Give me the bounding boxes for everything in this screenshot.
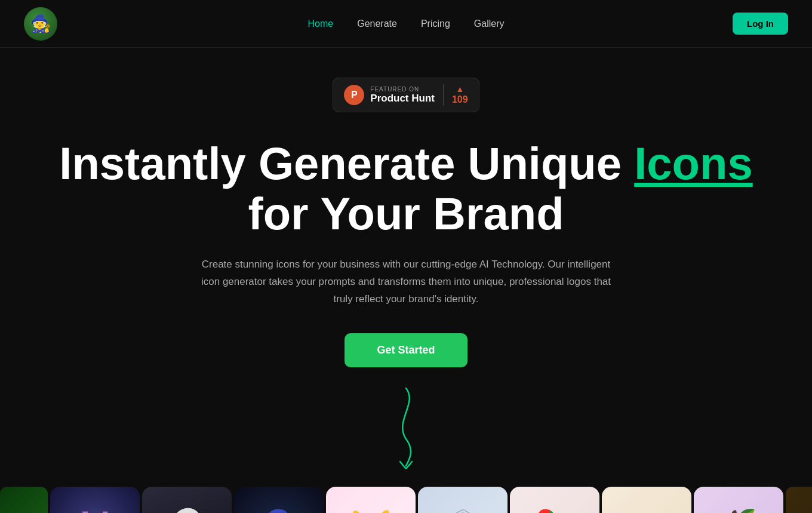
nav-pricing[interactable]: Pricing	[421, 19, 450, 29]
hero-section: P FEATURED ON Product Hunt ▲ 109 Instant…	[0, 48, 812, 481]
nav-generate[interactable]: Generate	[357, 19, 397, 29]
hero-title: Instantly Generate Unique Icons for Your…	[48, 139, 764, 238]
nav-home[interactable]: Home	[308, 19, 334, 29]
gallery-icon-1: 👾	[50, 487, 140, 513]
gallery-item-2[interactable]: 👻	[142, 487, 232, 513]
ph-divider	[443, 84, 444, 106]
gallery-item-8[interactable]: 🍎	[694, 487, 783, 513]
product-hunt-badge[interactable]: P FEATURED ON Product Hunt ▲ 109	[333, 78, 479, 112]
hero-title-part1: Instantly Generate Unique	[59, 138, 634, 189]
ph-name: Product Hunt	[370, 93, 435, 105]
ph-featured-label: FEATURED ON	[370, 86, 419, 93]
gallery-item-3[interactable]: 🧙	[234, 487, 324, 513]
gallery-item-partial-right: 🌟	[786, 487, 812, 513]
get-started-button[interactable]: Get Started	[345, 333, 467, 367]
logo-image: 🧙	[24, 7, 57, 41]
gallery-icon-4: 🐱	[326, 487, 416, 513]
ph-vote-count: 109	[452, 94, 468, 105]
ph-logo: P	[344, 85, 364, 105]
hero-subtitle: Create stunning icons for your business …	[197, 256, 615, 308]
arrow-svg	[388, 385, 424, 469]
gallery-item-5[interactable]: 🏛️	[418, 487, 508, 513]
gallery-item-1[interactable]: 👾	[50, 487, 140, 513]
gallery-strip: 🌴 👾 👻 🧙 🐱 🏛️ 🦜 🐶 🍎 🌟	[0, 487, 812, 513]
gallery-icon-6: 🦜	[510, 487, 599, 513]
ph-votes: ▲ 109	[452, 85, 468, 105]
logo[interactable]: 🧙	[24, 7, 57, 41]
hero-title-part2: for Your Brand	[248, 188, 564, 239]
decorative-arrow	[388, 385, 424, 469]
gallery-icon-5: 🏛️	[418, 487, 508, 513]
gallery-item-6[interactable]: 🦜	[510, 487, 599, 513]
ph-arrow-icon: ▲	[456, 85, 464, 93]
login-button[interactable]: Log In	[733, 13, 788, 35]
navbar: 🧙 Home Generate Pricing Gallery Log In	[0, 0, 812, 48]
gallery-item-4[interactable]: 🐱	[326, 487, 416, 513]
gallery-icon-2: 👻	[142, 487, 232, 513]
gallery-icon-8: 🍎	[694, 487, 783, 513]
hero-title-highlight: Icons	[634, 138, 753, 189]
nav-links: Home Generate Pricing Gallery	[308, 19, 505, 29]
gallery-icon-3: 🧙	[234, 487, 324, 513]
gallery-item-7[interactable]: 🐶	[602, 487, 691, 513]
gallery-icon-7: 🐶	[602, 487, 691, 513]
ph-text: FEATURED ON Product Hunt	[370, 86, 435, 105]
nav-gallery[interactable]: Gallery	[474, 19, 505, 29]
gallery-item-partial-left: 🌴	[0, 487, 48, 513]
